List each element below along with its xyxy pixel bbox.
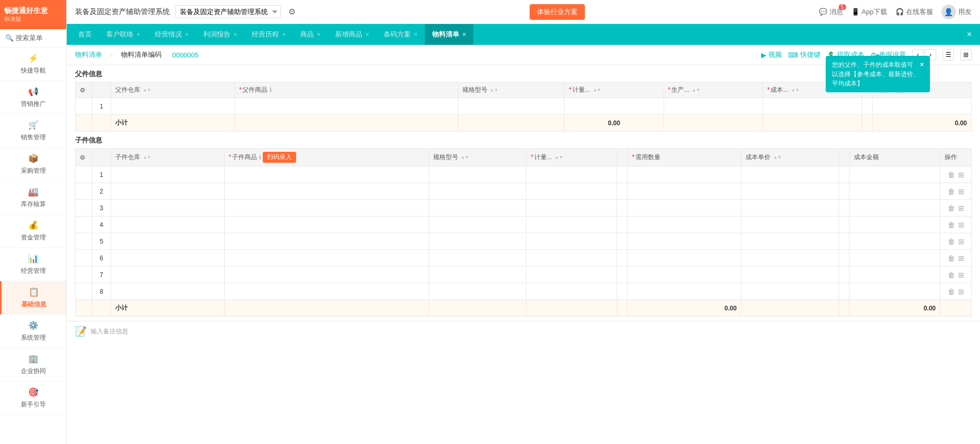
child-row3-copy-icon[interactable]: ⊞ [958,204,964,212]
child-row1-unit-price[interactable] [741,166,839,183]
child-row4-unit-price[interactable] [741,217,839,233]
sidebar-item-operation[interactable]: 📊 经营管理 [0,248,66,281]
child-row1-warehouse[interactable] [111,166,225,183]
child-row8-unit-price[interactable] [741,283,839,300]
sidebar-item-purchase[interactable]: 📦 采购管理 [0,148,66,181]
child-row2-qty[interactable] [628,183,741,200]
view-action[interactable]: ▶ 视频 [761,50,782,59]
search-menu[interactable]: 🔍 搜索菜单 [0,29,66,47]
child-row3-spec[interactable] [428,200,526,217]
tab-new-goods-close[interactable]: × [365,31,369,38]
tooltip-close-btn[interactable]: × [920,60,924,69]
child-row6-unit-price[interactable] [741,250,839,267]
child-row7-product[interactable] [224,267,428,283]
child-row6-warehouse[interactable] [111,250,225,267]
scan-button[interactable]: 扫码录入 [263,152,296,163]
sidebar-item-enterprise[interactable]: 🏢 企业协同 [0,348,66,381]
child-row2-unit-price[interactable] [741,183,839,200]
sidebar-item-finance[interactable]: 💰 资金管理 [0,214,66,248]
child-row8-qty[interactable] [628,283,741,300]
child-row8-copy-icon[interactable]: ⊞ [958,287,964,296]
close-all-tabs[interactable]: × [963,30,976,39]
online-service-button[interactable]: 🎧 在线客服 [896,7,933,17]
child-row2-warehouse[interactable] [111,183,225,200]
parent-row1-spec[interactable] [458,98,565,115]
parent-row1-warehouse[interactable] [111,98,235,115]
gear-icon[interactable]: ⚙ [288,7,296,17]
child-row8-warehouse[interactable] [111,283,225,300]
tab-home[interactable]: 首页 [71,24,99,45]
child-row5-spec[interactable] [428,233,526,250]
child-row2-copy-icon[interactable]: ⊞ [958,187,964,196]
sidebar-item-marketing[interactable]: 📢 营销推广 [0,81,66,114]
child-row1-qty[interactable] [628,166,741,183]
tab-customer[interactable]: 客户联络 × [99,24,148,45]
child-row5-delete-icon[interactable]: 🗑 [948,237,955,246]
child-row1-copy-icon[interactable]: ⊞ [958,171,964,179]
child-row7-spec[interactable] [428,267,526,283]
child-row8-product[interactable] [224,283,428,300]
tab-new-goods[interactable]: 新增商品 × [328,24,376,45]
parent-row1-unit[interactable] [565,98,664,115]
child-col-gear[interactable]: ⚙ [76,149,92,166]
child-row3-unit-price[interactable] [741,200,839,217]
child-row7-qty[interactable] [628,267,741,283]
child-row4-copy-icon[interactable]: ⊞ [958,221,964,229]
child-row4-delete-icon[interactable]: 🗑 [948,221,955,229]
child-row3-product[interactable] [224,200,428,217]
sidebar-item-guide[interactable]: 🎯 新手引导 [0,381,66,415]
tab-customer-close[interactable]: × [137,31,140,38]
child-row1-product[interactable] [224,166,428,183]
tab-barcode-close[interactable]: × [414,31,418,38]
child-row8-unit[interactable] [526,283,617,300]
parent-row1-cost[interactable] [763,98,862,115]
child-row6-unit[interactable] [526,250,617,267]
child-row1-unit[interactable] [526,166,617,183]
sidebar-item-system[interactable]: ⚙️ 系统管理 [0,315,66,348]
child-row5-unit[interactable] [526,233,617,250]
child-row4-qty[interactable] [628,217,741,233]
trial-button[interactable]: 体验行业方案 [530,4,585,20]
child-row7-warehouse[interactable] [111,267,225,283]
child-row4-unit[interactable] [526,217,617,233]
app-download-button[interactable]: 📱 App下载 [851,7,887,17]
child-row8-delete-icon[interactable]: 🗑 [948,287,955,296]
tab-bom-close[interactable]: × [462,31,466,38]
child-row5-warehouse[interactable] [111,233,225,250]
child-row5-unit-price[interactable] [741,233,839,250]
child-row1-spec[interactable] [428,166,526,183]
child-row2-unit[interactable] [526,183,617,200]
sidebar-item-quick-nav[interactable]: ⚡ 快捷导航 [0,47,66,81]
sidebar-item-sales[interactable]: 🛒 销售管理 [0,114,66,148]
sidebar-item-basic[interactable]: 📋 基础信息 [0,281,66,315]
child-row8-spec[interactable] [428,283,526,300]
tab-bom[interactable]: 物料清单 × [425,24,473,45]
child-row2-delete-icon[interactable]: 🗑 [948,187,955,196]
child-row5-copy-icon[interactable]: ⊞ [958,237,964,246]
child-row5-qty[interactable] [628,233,741,250]
system-select[interactable]: 装备及固定资产辅助管理系统 [175,5,281,18]
child-row3-warehouse[interactable] [111,200,225,217]
shortcut-action[interactable]: ⌨ 快捷键 [788,50,820,59]
child-row4-product[interactable] [224,217,428,233]
child-row7-copy-icon[interactable]: ⊞ [958,271,964,279]
parent-col-gear[interactable]: ⚙ [76,82,92,98]
grid-view-btn[interactable]: ☰ [942,49,954,61]
breadcrumb-link[interactable]: 物料清单 [75,50,102,59]
tab-operation-status-close[interactable]: × [185,31,189,38]
child-row7-unit[interactable] [526,267,617,283]
tab-goods-close[interactable]: × [317,31,321,38]
child-row6-delete-icon[interactable]: 🗑 [948,254,955,262]
child-row2-product[interactable] [224,183,428,200]
child-row3-qty[interactable] [628,200,741,217]
user-menu[interactable]: 👤 用友 [941,5,972,19]
child-row3-unit[interactable] [526,200,617,217]
tab-goods[interactable]: 商品 × [293,24,328,45]
child-row4-spec[interactable] [428,217,526,233]
child-row4-warehouse[interactable] [111,217,225,233]
child-row6-spec[interactable] [428,250,526,267]
child-row6-qty[interactable] [628,250,741,267]
tab-op-history-close[interactable]: × [282,31,286,38]
tab-op-history[interactable]: 经营历程 × [244,24,293,45]
child-row2-spec[interactable] [428,183,526,200]
